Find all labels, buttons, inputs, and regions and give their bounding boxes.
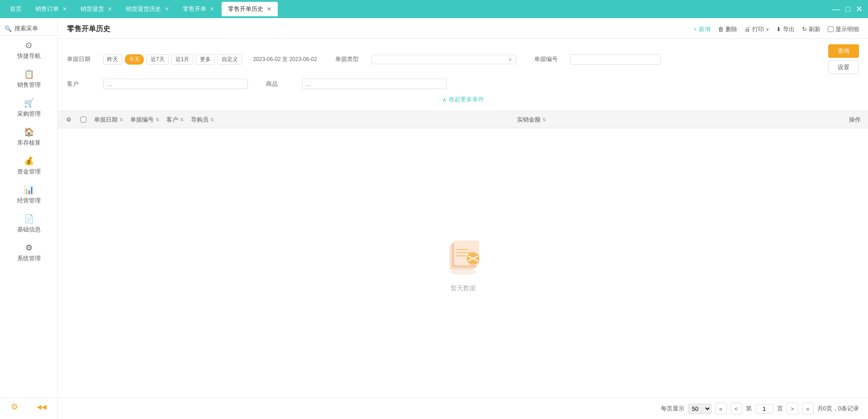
- th-guide[interactable]: 导购员 ⇅: [187, 116, 218, 124]
- refresh-icon: ↻: [802, 26, 807, 33]
- finance-icon: 💰: [24, 156, 34, 166]
- header-actions: + 新增 🗑 删除 🖨 打印 ∨ ⬇ 导出 ↻ 刷新: [693, 25, 859, 33]
- window-close-icon[interactable]: ✕: [856, 4, 863, 14]
- date-btn-7days[interactable]: 近7天: [147, 54, 169, 65]
- sidebar-item-inventory[interactable]: 🏠 库存核算: [0, 122, 57, 151]
- sidebar-search-nav[interactable]: 🔍 搜索采单: [0, 22, 57, 36]
- print-button[interactable]: 🖨 打印 ∨: [745, 25, 769, 33]
- empty-illustration: [441, 234, 486, 279]
- date-range-display: 2023-06-02 至 2023-06-02: [253, 56, 317, 63]
- sidebar-item-sales-mgmt-label: 销售管理: [17, 81, 41, 89]
- filter-row-1: 单据日期 昨天 今天 近7天 近1月 更多 自定义 2023-06-02 至 2…: [67, 44, 859, 74]
- th-actions-label: 操作: [849, 116, 861, 123]
- last-page-btn[interactable]: »: [802, 403, 814, 414]
- th-customer-label: 客户: [166, 116, 178, 124]
- date-btn-today[interactable]: 今天: [125, 54, 144, 65]
- tab-sales-order-label: 销售订单: [35, 5, 59, 13]
- select-all-checkbox[interactable]: [81, 117, 86, 122]
- customer-label: 客户: [67, 80, 94, 88]
- th-actions: 操作: [845, 116, 864, 124]
- type-label: 单据类型: [335, 55, 362, 63]
- sidebar-collapse-icon[interactable]: ◀◀: [37, 403, 47, 410]
- product-label: 商品: [266, 80, 293, 88]
- empty-text: 暂无数据: [451, 284, 476, 292]
- date-btn-custom[interactable]: 自定义: [218, 54, 242, 65]
- table-select-all[interactable]: [76, 117, 90, 122]
- delete-icon: 🗑: [718, 26, 724, 33]
- quick-nav-icon: ⊙: [25, 40, 32, 50]
- window-max-icon[interactable]: □: [845, 5, 850, 14]
- th-date-sort-icon: ⇅: [119, 117, 123, 122]
- tab-sales-return-history-close[interactable]: ✕: [165, 6, 169, 12]
- svg-point-0: [450, 269, 477, 275]
- tab-sales-return-history-label: 销货退货历史: [126, 5, 161, 13]
- next-page-btn[interactable]: >: [787, 403, 798, 414]
- collapse-btn[interactable]: ∧ 收起更多条件: [442, 94, 484, 105]
- tab-sales-order-close[interactable]: ✕: [62, 6, 67, 12]
- product-input[interactable]: [306, 80, 443, 87]
- tab-retail-open-label: 零售开单: [183, 5, 206, 13]
- sidebar-item-sales-mgmt[interactable]: 📋 销售管理: [0, 65, 57, 94]
- tab-retail-open[interactable]: 零售开单 ✕: [176, 2, 221, 16]
- sidebar-item-purchase-mgmt[interactable]: 🛒 采购管理: [0, 94, 57, 122]
- tab-retail-history[interactable]: 零售开单历史 ✕: [222, 2, 278, 16]
- collapse-arrow-icon: ∧: [442, 96, 447, 103]
- tab-retail-history-close[interactable]: ✕: [267, 6, 271, 12]
- th-no-sort-icon: ⇅: [156, 117, 159, 122]
- table-header: ⚙ 单据日期 ⇅ 单据编号 ⇅ 客户 ⇅ 导购员 ⇅: [58, 111, 868, 128]
- tab-sales-return[interactable]: 销货退货 ✕: [74, 2, 119, 16]
- tab-home[interactable]: 首页: [4, 2, 28, 16]
- th-customer[interactable]: 客户 ⇅: [163, 116, 187, 124]
- add-button[interactable]: + 新增: [693, 25, 711, 33]
- sidebar-item-base-info[interactable]: 📄 基础信息: [0, 209, 57, 238]
- first-page-btn[interactable]: «: [715, 403, 727, 414]
- refresh-button[interactable]: ↻ 刷新: [802, 25, 821, 33]
- page-title: 零售开单历史: [67, 24, 110, 34]
- th-amount[interactable]: 实销金额 ⇅: [513, 116, 550, 124]
- sidebar-item-finance[interactable]: 💰 资金管理: [0, 151, 57, 180]
- sidebar-settings-icon[interactable]: ⚙: [11, 402, 18, 412]
- delete-button[interactable]: 🗑 删除: [718, 25, 737, 33]
- customer-input[interactable]: [107, 80, 244, 87]
- query-button[interactable]: 查询: [828, 44, 859, 58]
- export-button[interactable]: ⬇ 导出: [776, 25, 795, 33]
- th-amount-label: 实销金额: [517, 116, 541, 124]
- tab-retail-open-close[interactable]: ✕: [210, 6, 214, 12]
- filter-row-2: 客户 商品: [67, 79, 859, 89]
- setting-button[interactable]: 设置: [828, 61, 859, 74]
- date-btn-more[interactable]: 更多: [196, 54, 215, 65]
- prev-page-btn[interactable]: <: [730, 403, 742, 414]
- export-icon: ⬇: [776, 26, 781, 33]
- window-min-icon[interactable]: —: [832, 5, 840, 14]
- collapse-row: ∧ 收起更多条件: [67, 94, 859, 105]
- th-no[interactable]: 单据编号 ⇅: [127, 116, 163, 124]
- tab-sales-order[interactable]: 销售订单 ✕: [29, 2, 73, 16]
- print-arrow-icon: ∨: [766, 27, 769, 32]
- date-btn-1month[interactable]: 近1月: [171, 54, 194, 65]
- tab-sales-return-close[interactable]: ✕: [108, 6, 112, 12]
- tab-sales-return-label: 销货退货: [81, 5, 104, 13]
- show-detail-checkbox[interactable]: [828, 26, 834, 32]
- pagination: 每页显示 50 10 20 100 « < 第 页 > » 共0页，0条记录: [58, 398, 868, 419]
- sidebar-item-sys-mgmt[interactable]: ⚙ 系统管理: [0, 238, 57, 267]
- type-select[interactable]: ∨: [371, 55, 516, 64]
- sidebar-item-sys-mgmt-label: 系统管理: [17, 254, 41, 263]
- show-detail-toggle[interactable]: 显示明细: [828, 25, 859, 33]
- sidebar-bottom: ⚙ ◀◀: [0, 398, 57, 415]
- sys-mgmt-icon: ⚙: [25, 243, 33, 253]
- th-date[interactable]: 单据日期 ⇅: [90, 116, 127, 124]
- table-settings-icon[interactable]: ⚙: [62, 116, 76, 123]
- action-btns: 查询 设置: [828, 44, 859, 74]
- per-page-select[interactable]: 50 10 20 100: [688, 404, 711, 414]
- sidebar-item-quick-nav[interactable]: ⊙ 快捷导航: [0, 36, 57, 65]
- tab-sales-return-history[interactable]: 销货退货历史 ✕: [119, 2, 175, 16]
- sidebar-item-operation-label: 经营管理: [17, 197, 41, 205]
- date-btn-yesterday[interactable]: 昨天: [103, 54, 122, 65]
- current-page-input[interactable]: [755, 404, 773, 414]
- page-header: 零售开单历史 + 新增 🗑 删除 🖨 打印 ∨ ⬇ 导出: [58, 18, 868, 39]
- tab-retail-history-label: 零售开单历史: [228, 5, 263, 13]
- orderno-input[interactable]: [574, 56, 657, 63]
- sidebar-item-operation[interactable]: 📊 经营管理: [0, 180, 57, 209]
- export-label: 导出: [783, 25, 795, 33]
- per-page-label: 每页显示: [661, 405, 684, 413]
